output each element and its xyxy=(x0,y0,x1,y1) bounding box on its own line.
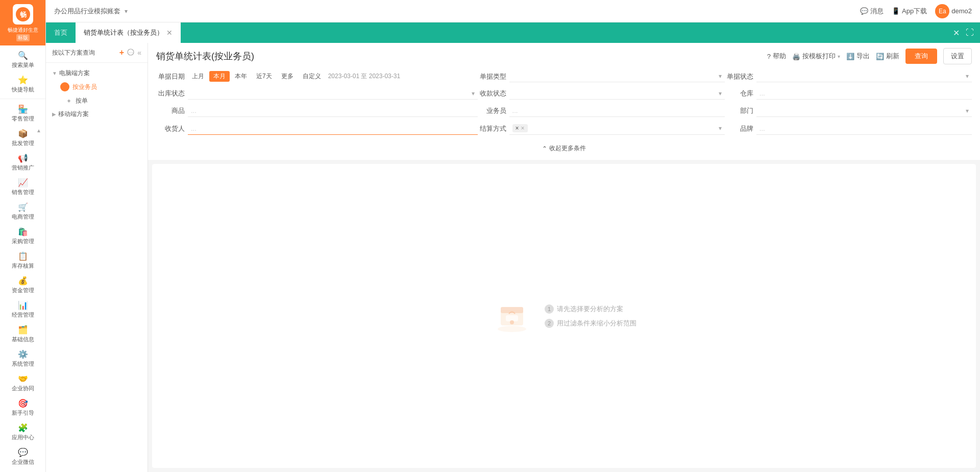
tabbar-actions: ✕ ⛶ xyxy=(947,27,980,39)
tip-text-2: 用过滤条件来缩小分析范围 xyxy=(557,319,636,328)
tab-sales-stat[interactable]: 销货单统计表（按业务员） ✕ xyxy=(76,22,181,43)
main-area: 办公用品行业模拟账套 ▾ 💬 消息 📱 App下载 Ea demo2 首页 销货… xyxy=(46,0,980,472)
svg-text:畅: 畅 xyxy=(19,11,26,18)
empty-tip-2: 2 用过滤条件来缩小分析范围 xyxy=(545,319,636,328)
svg-text:⋯: ⋯ xyxy=(129,50,133,55)
appcenter-icon: 🧩 xyxy=(18,423,28,433)
dept-select[interactable]: ▾ xyxy=(756,105,972,117)
staff-input[interactable]: ... xyxy=(509,105,725,117)
tab-maximize-icon[interactable]: ⛶ xyxy=(964,27,976,38)
date-btn-7days[interactable]: 近7天 xyxy=(252,71,276,82)
marketing-icon: 📢 xyxy=(18,153,28,163)
sidebar-item-search[interactable]: 🔍 搜索菜单 xyxy=(0,48,45,72)
sidebar-logo[interactable]: 畅 畅捷通好生意 标版 xyxy=(0,0,45,45)
sidebar-item-sales[interactable]: 📈 销售管理 xyxy=(0,175,45,199)
main-content: 1 请先选择要分析的方案 2 用过滤条件来缩小分析范围 xyxy=(152,164,976,468)
sidebar-item-corp[interactable]: 🤝 企业协同 xyxy=(0,371,45,395)
desktop-scheme-header[interactable]: ▼ 电脑端方案 xyxy=(46,67,148,80)
dept-arrow-icon: ▾ xyxy=(966,107,969,114)
sidebar-item-ecommerce[interactable]: 🛒 电商管理 xyxy=(0,199,45,224)
sidebar-item-inventory[interactable]: 📋 库存核算 xyxy=(0,248,45,273)
template-print-label: 按模板打印 xyxy=(802,52,836,61)
filter-doctype-col: 单据类型 ▾ xyxy=(478,70,725,82)
sidebar-item-wholesale[interactable]: 📦 批发管理 ▲ xyxy=(0,126,45,150)
topbar-app-download[interactable]: 📱 App下载 xyxy=(892,7,927,16)
quicknav-icon: ⭐ xyxy=(18,75,28,85)
newbie-icon: 🎯 xyxy=(18,398,28,408)
logo-text: 畅捷通好生意 xyxy=(8,27,38,33)
sidebar-label-sales: 销售管理 xyxy=(12,188,34,196)
page-title: 销货单统计表(按业务员) xyxy=(156,50,254,62)
receiver-label: 收货人 xyxy=(156,124,185,133)
by-order-icon: ✦ xyxy=(66,98,71,105)
collapse-button[interactable]: ⌃ 收起更多条件 xyxy=(542,144,586,153)
filter-collectstatus-col: 收款状态 ▾ xyxy=(478,88,725,100)
sidebar-item-app-center[interactable]: 🧩 应用中心 xyxy=(0,420,45,444)
topbar-left: 办公用品行业模拟账套 ▾ xyxy=(54,7,128,16)
collapse-row: ⌃ 收起更多条件 xyxy=(156,140,972,155)
sidebar-item-purchase[interactable]: 🛍️ 采购管理 xyxy=(0,224,45,248)
collapse-panel-icon[interactable]: « xyxy=(137,49,141,57)
purchase-icon: 🛍️ xyxy=(18,227,28,237)
docstatus-select[interactable]: ▾ xyxy=(756,70,972,82)
goods-input[interactable]: ... xyxy=(188,105,478,117)
content-area: 按以下方案查询 + ⋯ « ▼ 电脑 xyxy=(46,43,980,472)
help-link[interactable]: ? 帮助 xyxy=(767,52,786,61)
refresh-link[interactable]: 🔄 刷新 xyxy=(876,52,899,61)
sidebar-item-ops[interactable]: 📊 经营管理 xyxy=(0,297,45,322)
edit-scheme-icon[interactable]: ⋯ xyxy=(127,49,134,57)
left-panel-header: 按以下方案查询 + ⋯ « xyxy=(46,43,148,63)
settle-label: 结算方式 xyxy=(478,124,506,133)
mobile-scheme-header[interactable]: ▶ 移动端方案 xyxy=(46,108,148,121)
date-btn-custom[interactable]: 自定义 xyxy=(299,71,325,82)
add-scheme-icon[interactable]: + xyxy=(119,48,124,57)
doctype-select[interactable]: ▾ xyxy=(509,70,725,82)
help-label: 帮助 xyxy=(773,52,786,61)
date-btn-this-month[interactable]: 本月 xyxy=(209,71,230,82)
sidebar: 畅 畅捷通好生意 标版 🔍 搜索菜单 ⭐ 快捷导航 🏪 零售管理 📦 批发管理 … xyxy=(0,0,46,472)
date-btn-this-year[interactable]: 本年 xyxy=(231,71,251,82)
collapse-icon: ⌃ xyxy=(542,145,547,152)
basic-icon: 🗂️ xyxy=(18,325,28,335)
settle-tag-close[interactable]: × xyxy=(521,125,525,132)
refresh-label: 刷新 xyxy=(886,52,899,61)
template-print-link[interactable]: 🖨️ 按模板打印 ▾ xyxy=(792,52,840,61)
query-button[interactable]: 查询 xyxy=(905,49,937,64)
sidebar-label-sys: 系统管理 xyxy=(12,360,34,368)
scheme-item-by-order[interactable]: ✦ 按单 xyxy=(46,94,148,108)
sidebar-item-corp-wechat[interactable]: 💬 企业微信 xyxy=(0,444,45,469)
user-label: demo2 xyxy=(951,7,972,15)
topbar-user[interactable]: Ea demo2 xyxy=(935,4,972,18)
sidebar-item-finance[interactable]: 💰 资金管理 xyxy=(0,273,45,297)
corp-icon: 🤝 xyxy=(18,374,28,384)
sidebar-item-newbie[interactable]: 🎯 新手引导 xyxy=(0,395,45,420)
staff-placeholder: ... xyxy=(512,107,518,114)
sidebar-item-marketing[interactable]: 📢 营销推广 xyxy=(0,150,45,175)
sidebar-item-retail[interactable]: 🏪 零售管理 xyxy=(0,101,45,126)
settings-button[interactable]: 设置 xyxy=(943,48,972,64)
collectstatus-select[interactable]: ▾ xyxy=(509,88,725,100)
settle-select[interactable]: × × ▾ xyxy=(509,122,725,135)
filter-row-4: 收货人 ... 结算方式 × × ▾ xyxy=(156,122,972,135)
sidebar-item-quick-nav[interactable]: ⭐ 快捷导航 xyxy=(0,72,45,97)
scheme-item-by-staff[interactable]: 按业务员 xyxy=(46,80,148,94)
tab-close-window-icon[interactable]: ✕ xyxy=(951,27,962,39)
sidebar-item-vip[interactable]: 👑 畅会员 xyxy=(0,469,45,472)
tabbar: 首页 销货单统计表（按业务员） ✕ ✕ ⛶ xyxy=(46,22,980,43)
tab-home[interactable]: 首页 xyxy=(46,22,76,43)
export-link[interactable]: ⬇️ 导出 xyxy=(846,52,870,61)
tab-close-icon[interactable]: ✕ xyxy=(166,29,173,37)
date-btn-last-month[interactable]: 上月 xyxy=(188,71,208,82)
sidebar-item-sys[interactable]: ⚙️ 系统管理 xyxy=(0,346,45,371)
workspace-dropdown[interactable]: ▾ xyxy=(125,8,128,15)
date-btn-more[interactable]: 更多 xyxy=(277,71,298,82)
outstatus-select[interactable]: ▾ xyxy=(188,88,478,100)
warehouse-input[interactable]: ... xyxy=(756,87,972,100)
brand-placeholder: ... xyxy=(760,125,765,132)
topbar-message[interactable]: 💬 消息 xyxy=(860,7,884,16)
topbar: 办公用品行业模拟账套 ▾ 💬 消息 📱 App下载 Ea demo2 xyxy=(46,0,980,22)
sidebar-item-basic[interactable]: 🗂️ 基础信息 xyxy=(0,322,45,346)
receiver-input[interactable]: ... xyxy=(188,123,478,135)
tip-num-1: 1 xyxy=(545,304,554,314)
brand-input[interactable]: ... xyxy=(756,123,972,135)
